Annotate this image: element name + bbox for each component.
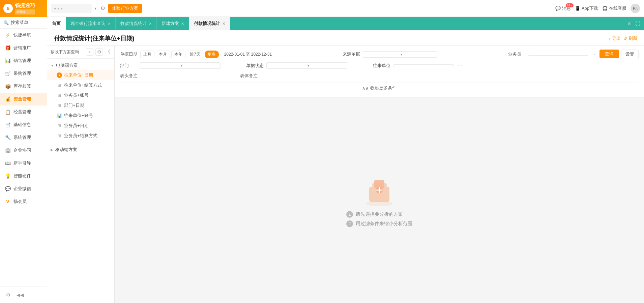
tab-home[interactable]: 首页 [47,17,66,30]
user-avatar[interactable]: Rit [631,4,640,13]
staff-label: 业务员 [508,51,525,57]
tree-item-staff-account[interactable]: ⊞ 业务员+账号 [47,90,114,100]
tab-label: 首页 [52,21,61,27]
plan-settings-btn[interactable]: ⚙ [95,48,103,56]
online-service-btn[interactable]: 🎧 在线客服 [602,5,626,11]
panel-collapse-btn[interactable]: 《 [105,48,111,56]
address-bar-container: ● ● ● [51,4,92,13]
refresh-icon: ↺ [623,36,627,41]
tab-payment-stats[interactable]: 付款情况统计 ✕ [189,17,230,30]
topbar: ● ● ● ▾ ⚙ 体验行业方案 💬 消息 99+ 📱 App下载 🎧 在线客服… [47,0,644,17]
plan-icon: ⊞ [57,103,62,108]
app-download-btn[interactable]: 📱 App下载 [575,5,598,11]
dept-select[interactable]: ▾ [140,62,221,69]
sidebar-item-system[interactable]: 🔧 系统管理 [0,131,47,144]
partner-more-icon[interactable]: ··· [458,63,462,69]
date-btn-this-year[interactable]: 本年 [171,51,185,58]
tab-close-icon[interactable]: ✕ [108,22,111,26]
date-btn-7days[interactable]: 近7天 [187,51,203,58]
sidebar-item-marketing[interactable]: 🎁 营销推广 [0,41,47,54]
tree-item-staff-date[interactable]: ⊞ 业务员+日期 [47,121,114,131]
body-note-label: 表体备注 [240,73,258,79]
header-note-label: 表头备注 [120,73,138,79]
date-btn-last-month[interactable]: 上月 [140,51,154,58]
sidebar-item-purchase[interactable]: 🛒 采购管理 [0,67,47,80]
sidebar-item-inventory[interactable]: 📦 库存核算 [0,80,47,93]
guide-icon: 📖 [5,160,11,166]
partner-label: 往来单位 [373,63,390,69]
doc-status-select[interactable]: ▾ [266,62,347,69]
address-chevron-icon[interactable]: ▾ [94,6,96,11]
page-title: 付款情况统计(往来单位+日期) [54,34,135,42]
collapse-more-btn[interactable]: ∧∧ 收起更多条件 [120,83,639,93]
staff-select[interactable] [528,53,588,56]
query-button[interactable]: 查询 [599,50,619,58]
trial-button[interactable]: 体验行业方案 [108,4,142,13]
sidebar-item-quick-nav[interactable]: ⚡ 快捷导航 [0,29,47,41]
tab-close-icon[interactable]: ✕ [181,22,184,26]
body-note-input[interactable] [260,72,334,79]
sidebar-item-label: 系统管理 [13,134,31,141]
tree-item-partner-settle[interactable]: ⊞ 往来单位+结算方式 [47,80,114,90]
tab-receipt-stats[interactable]: 收款情况统计 ✕ [116,17,157,30]
search-menu[interactable]: 🔍 搜索菜单 [0,17,47,29]
sidebar-header: 6 畅捷通巧 标准版 [0,0,47,17]
sidebar-item-wechat[interactable]: 💬 企业微信 [0,182,47,195]
source-select[interactable]: ▾ [363,51,437,58]
tab-close-icon[interactable]: ✕ [149,22,152,26]
sidebar-item-label: 库存核算 [13,83,31,89]
tab-close-icon[interactable]: ✕ [222,22,225,26]
filter-area: 单据日期 上月 本月 本年 近7天 更多 2022-01-01 至 2022-1… [115,46,644,97]
search-icon: 🔍 [3,20,9,25]
header-note-input[interactable] [140,72,214,79]
mobile-section-header[interactable]: ▶ 移动端方案 [47,145,114,154]
operations-icon: 📋 [5,109,11,115]
tab-close-all-icon[interactable]: ✕ [626,20,633,27]
sidebar-item-basic-info[interactable]: 📑 基础信息 [0,118,47,131]
topbar-gear-icon[interactable]: ⚙ [100,5,105,11]
topbar-left: ● ● ● ▾ ⚙ 体验行业方案 [51,4,553,13]
tab-expand-icon[interactable]: ⛶ [634,20,641,27]
sidebar-item-operations[interactable]: 📋 经营管理 [0,105,47,118]
sidebar-item-enterprise[interactable]: 🏢 企业协同 [0,144,47,157]
filter-row-2: 部门 ▾ 单据状态 ▾ 往来单位 [120,62,639,69]
add-plan-btn[interactable]: + [86,48,93,56]
sidebar-item-hardware[interactable]: 💡 智能硬件 [0,170,47,182]
tree-item-partner-account[interactable]: 📊 往来单位+账号 [47,111,114,121]
date-btn-more[interactable]: 更多 [205,51,219,58]
sidebar: 6 畅捷通巧 标准版 🔍 搜索菜单 ⚡ 快捷导航 🎁 营销推广 📊 销售管理 🛒… [0,0,47,303]
desktop-section-header[interactable]: ▼ 电脑端方案 [47,61,114,70]
basic-info-icon: 📑 [5,122,11,128]
sidebar-item-label: 企业协同 [13,147,31,153]
date-quick-btns: 上月 本月 本年 近7天 更多 [140,51,219,58]
quick-nav-icon: ⚡ [5,32,11,38]
footer-settings-btn[interactable]: ⚙ [3,290,13,300]
partner-select[interactable] [393,64,454,67]
tree-item-partner-date[interactable]: ● 往来单位+日期 [47,70,114,80]
message-btn[interactable]: 💬 消息 99+ [555,5,571,11]
tip-text-2: 用过滤条件来缩小分析范围 [356,221,412,227]
tree-item-label: 业务员+结算方式 [64,133,97,139]
sidebar-item-finance[interactable]: 💰 资金管理 [0,93,47,105]
footer-collapse-btn[interactable]: ◀◀ [16,290,25,300]
sidebar-item-guide[interactable]: 📖 新手引导 [0,157,47,170]
export-btn[interactable]: ↑ 导出 [609,35,621,41]
staff-more-icon[interactable]: ··· [592,51,597,57]
setting-button[interactable]: 设置 [621,50,639,59]
tree-item-label: 往来单位+账号 [64,113,93,119]
app-name: 畅捷通巧 [15,2,35,9]
date-btn-this-month[interactable]: 本月 [156,51,170,58]
tree-item-staff-settle[interactable]: ⊞ 业务员+结算方式 [47,131,114,141]
plan-icon: ⊞ [57,133,62,139]
tab-new-plan[interactable]: 新建方案 ✕ [157,17,189,30]
section-expand-icon: ▶ [51,148,53,152]
enterprise-icon: 🏢 [5,147,11,153]
tab-label: 新建方案 [162,21,179,27]
sidebar-item-label: 销售管理 [13,58,31,64]
refresh-btn[interactable]: ↺ 刷新 [623,35,637,41]
sidebar-item-vip[interactable]: V 畅会员 [0,195,47,208]
sidebar-item-sales[interactable]: 📊 销售管理 [0,54,47,67]
tree-item-dept-date[interactable]: ⊞ 部门+日期 [47,100,114,111]
plan-icon: ⊞ [57,123,62,128]
tab-bank-flow[interactable]: 现金银行流水查询 ✕ [66,17,116,30]
